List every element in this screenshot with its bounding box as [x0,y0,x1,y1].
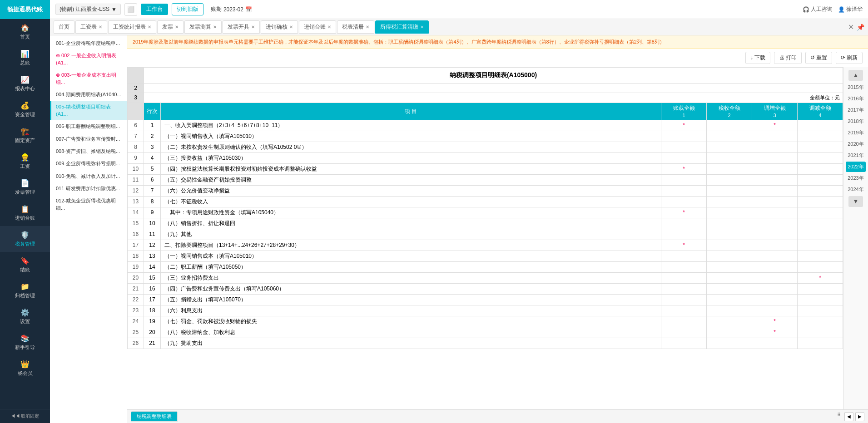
tab-close-salary-report[interactable]: ✕ [148,25,151,30]
data-f[interactable] [798,131,843,142]
user-menu[interactable]: 👤 徐泽华 [838,5,863,13]
data-d[interactable] [707,251,752,261]
data-f[interactable] [798,240,843,251]
item-cell[interactable]: （一）视同销售成本（填写A105010） [161,251,661,261]
item-cell[interactable]: （四）广告费和业务宣传费支出（填写A105060） [161,283,661,294]
data-e[interactable] [752,207,798,218]
item-cell[interactable]: 其中：专项用途财政性资金（填写A105040） [161,207,661,218]
data-f[interactable] [798,283,843,294]
data-f[interactable] [798,196,843,207]
year-item-2019[interactable]: 2019年 [846,128,866,138]
form-item-010[interactable]: 010-免税、减计收入及加计... [50,170,127,182]
data-d[interactable] [707,163,752,174]
data-d[interactable] [707,283,752,294]
data-e[interactable] [752,283,798,294]
item-cell[interactable]: （一）视同销售收入（填写A105010） [161,131,661,142]
data-f[interactable] [798,207,843,218]
item-cell[interactable]: （二）未按权责发生制原则确认的收入（填写A10502 0①） [161,142,661,152]
data-c[interactable] [661,261,707,272]
tab-close-salary[interactable]: ✕ [99,25,102,30]
tab-close-tax-list[interactable]: ✕ [366,25,369,30]
item-cell[interactable]: （二）职工薪酬（填写A105050） [161,261,661,272]
data-e[interactable] [752,305,798,316]
data-d[interactable] [707,207,752,218]
data-c[interactable] [661,338,707,349]
data-e[interactable]: * [752,316,798,327]
form-item-011[interactable]: 011-研发费用加计扣除优惠... [50,182,127,195]
year-item-2016[interactable]: 2016年 [846,93,866,104]
data-c[interactable] [661,131,707,142]
item-cell[interactable]: （六）利息支出 [161,305,661,316]
form-item-007[interactable]: 007-广告费和业务宣传费时... [50,133,127,145]
data-e[interactable] [752,229,798,240]
data-e[interactable] [752,196,798,207]
data-d[interactable] [707,152,752,163]
item-cell[interactable]: （四）按权益法核算长期股权投资对初始投资成本调整确认收益 [161,163,661,174]
sidebar-item-invoice[interactable]: 📄 发票管理 [0,174,50,200]
year-nav-up-button[interactable]: ▲ [848,70,863,81]
sidebar-item-ledger[interactable]: 📊 总账 [0,45,50,71]
data-d[interactable] [707,229,752,240]
data-f[interactable] [798,327,843,338]
item-cell[interactable]: （五）交易性金融资产初始投资调整 [161,174,661,185]
calendar-icon[interactable]: 📅 [245,6,252,13]
sidebar-item-member[interactable]: 👑 畅会员 [0,355,50,381]
data-c[interactable] [661,174,707,185]
data-d[interactable] [707,327,752,338]
service-button[interactable]: 🎧 人工咨询 [803,5,833,13]
data-c[interactable] [661,196,707,207]
tab-tax-list[interactable]: 税表清册 ✕ [337,20,374,34]
tab-close-check[interactable]: ✕ [289,25,293,30]
tab-income-tax[interactable]: 所得税汇算清缴 ✕ [375,20,429,34]
tab-close-income-tax[interactable]: ✕ [420,25,424,30]
sidebar-item-tax[interactable]: 🛡️ 税务管理 [0,226,50,252]
data-d[interactable] [707,218,752,229]
tab-close-invoice-issue[interactable]: ✕ [251,25,255,30]
data-c[interactable] [661,229,707,240]
form-item-002[interactable]: ⊗ 002-一般企业收入明细表(A1... [50,49,127,69]
tab-check[interactable]: 进销确核 ✕ [261,20,298,34]
data-e[interactable] [752,294,798,305]
form-item-004[interactable]: 004-期间费用明细表(A1040... [50,89,127,101]
sidebar-item-salary[interactable]: 👷 工资 [0,148,50,174]
year-item-2020[interactable]: 2020年 [846,139,866,149]
print-button[interactable]: 🖨 打印 [774,52,802,64]
sidebar-item-settings[interactable]: ⚙️ 设置 [0,304,50,330]
form-item-003[interactable]: ⊗ 003-一般企业成本支出明细... [50,69,127,89]
item-cell[interactable]: （九）赞助支出 [161,338,661,349]
tab-invoice-issue[interactable]: 发票开具 ✕ [223,20,260,34]
form-item-012[interactable]: 012-减免企业所得税优惠明细... [50,195,127,214]
data-f[interactable] [798,229,843,240]
data-e[interactable] [752,240,798,251]
data-c[interactable]: * [661,207,707,218]
year-item-2015[interactable]: 2015年 [846,82,866,93]
item-cell[interactable]: （七）不征税收入 [161,196,661,207]
oldver-button[interactable]: 切到旧版 [172,3,203,15]
data-f[interactable] [798,163,843,174]
unpin-button[interactable]: ◀◀ 取消固定 [0,409,50,423]
data-f[interactable] [798,120,843,131]
item-cell[interactable]: （三）业务招待费支出 [161,272,661,283]
year-item-2024[interactable]: 2024年 [846,184,866,195]
data-c[interactable] [661,152,707,163]
form-item-001[interactable]: 001-企业所得税年度纳税申... [50,37,127,49]
data-e[interactable] [752,131,798,142]
item-cell[interactable]: （七）罚金、罚款和被没收财物的损失 [161,316,661,327]
bottom-tab-adjust[interactable]: 纳税调整明细表 [131,411,178,422]
data-f[interactable]: * [798,272,843,283]
tab-salary[interactable]: 工资表 ✕ [75,20,107,34]
sidebar-item-guide[interactable]: 📚 新手引导 [0,330,50,355]
data-f[interactable] [798,338,843,349]
data-d[interactable] [707,185,752,196]
data-c[interactable] [661,294,707,305]
form-item-005[interactable]: 005-纳税调整项目明细表(A1... [50,101,127,120]
data-e[interactable] [752,185,798,196]
year-item-2018[interactable]: 2018年 [846,116,866,127]
form-item-008[interactable]: 008-资产折旧、摊销及纳税... [50,145,127,157]
data-c[interactable]: * [661,240,707,251]
item-cell[interactable]: （三）投资收益（填写A105030） [161,152,661,163]
year-item-2021[interactable]: 2021年 [846,150,866,161]
item-cell[interactable]: 一、收入类调整项目（2+3+4+5+6+7+8+10+11） [161,120,661,131]
form-item-006[interactable]: 006-职工薪酬纳税调整明细... [50,120,127,133]
item-cell[interactable]: （五）捐赠支出（填写A105070） [161,294,661,305]
